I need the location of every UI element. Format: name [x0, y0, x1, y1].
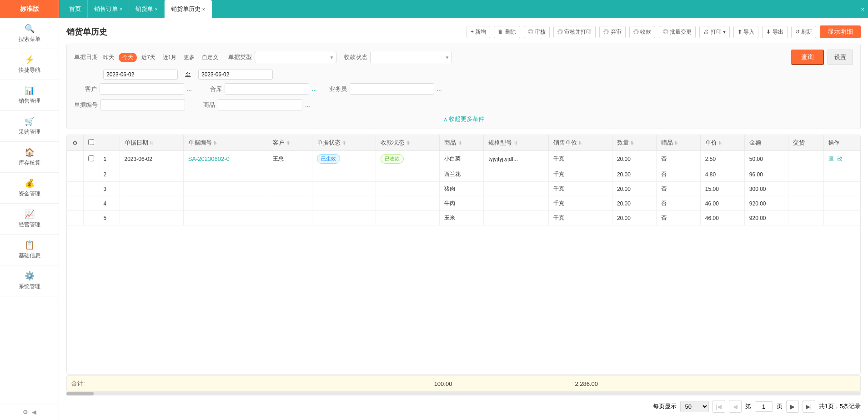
- salesunit-sort-icon[interactable]: ⇅: [578, 140, 582, 145]
- sidebar-item-sales[interactable]: 📊 销售管理: [0, 80, 59, 111]
- col-customer[interactable]: 客户 ⇅: [268, 135, 312, 151]
- doc-type-select[interactable]: [255, 52, 336, 63]
- row-select-checkbox[interactable]: [88, 155, 94, 161]
- edit-action-link[interactable]: 改: [837, 155, 843, 162]
- col-docdate[interactable]: 单据日期 ⇅: [120, 135, 183, 151]
- col-transaction[interactable]: 交货: [788, 135, 823, 151]
- unitprice-sort-icon[interactable]: ⇅: [718, 140, 722, 145]
- date-btn-custom[interactable]: 自定义: [199, 53, 221, 62]
- goods-ellipsis[interactable]: ...: [305, 101, 310, 108]
- setting-button[interactable]: 设置: [828, 50, 853, 65]
- docno-input[interactable]: [100, 99, 185, 110]
- customer-ellipsis[interactable]: ...: [187, 85, 192, 92]
- scrollbar-thumb[interactable]: [66, 392, 94, 395]
- search-menu-icon: 🔍: [25, 24, 35, 34]
- qty-sort-icon[interactable]: ⇅: [630, 140, 634, 145]
- col-gift[interactable]: 赠品 ⇅: [656, 135, 700, 151]
- prev-page-btn[interactable]: ◀: [729, 400, 742, 413]
- docstatus-sort-icon[interactable]: ⇅: [342, 140, 346, 145]
- next-page-btn[interactable]: ▶: [786, 400, 799, 413]
- page-size-select[interactable]: 50: [680, 401, 709, 412]
- tab-delivery-history-close[interactable]: ×: [202, 7, 205, 12]
- row-docdate: [120, 167, 183, 182]
- warehouse-ellipsis[interactable]: ...: [312, 85, 317, 92]
- customer-input[interactable]: [100, 83, 184, 95]
- sidebar-item-quicknav[interactable]: ⚡ 快捷导航: [0, 49, 59, 80]
- export-button[interactable]: ⬇ 导出: [762, 26, 787, 38]
- date-to-input[interactable]: [198, 70, 273, 80]
- tab-sales-order-close[interactable]: ×: [120, 7, 122, 12]
- sidebar-item-purchase[interactable]: 🛒 采购管理: [0, 111, 59, 142]
- sidebar-item-finance[interactable]: 💰 资金管理: [0, 173, 59, 204]
- tab-delivery-close[interactable]: ×: [155, 7, 158, 12]
- sidebar-logo: 标准版: [0, 0, 59, 18]
- col-goods[interactable]: 商品 ⇅: [440, 135, 484, 151]
- quick-nav-icon: ⚡: [25, 55, 35, 65]
- salesperson-ellipsis[interactable]: ...: [437, 85, 442, 92]
- col-unitprice[interactable]: 单价 ⇅: [700, 135, 744, 151]
- audit-button[interactable]: ◎ 审核: [524, 26, 550, 38]
- batch-change-button[interactable]: ◎ 批量变更: [659, 26, 696, 38]
- collectstatus-sort-icon[interactable]: ⇅: [406, 140, 410, 145]
- date-btn-today[interactable]: 今天: [119, 53, 137, 62]
- page-number-input[interactable]: [755, 401, 773, 412]
- last-page-btn[interactable]: ▶|: [803, 400, 815, 413]
- col-gear[interactable]: ⚙: [67, 135, 83, 151]
- abandon-button[interactable]: ◎ 弃审: [599, 26, 625, 38]
- total-label: 合计:: [71, 380, 85, 388]
- date-btn-1month[interactable]: 近1月: [160, 53, 180, 62]
- col-salesunit[interactable]: 销售单位 ⇅: [548, 135, 612, 151]
- sidebar-item-operations[interactable]: 📈 经营管理: [0, 204, 59, 235]
- tab-delivery-history[interactable]: 销货单历史 ×: [165, 0, 212, 18]
- query-button[interactable]: 查询: [791, 50, 824, 65]
- docno-sort-icon[interactable]: ⇅: [213, 140, 217, 145]
- spec-sort-icon[interactable]: ⇅: [514, 140, 517, 145]
- delete-button[interactable]: 🗑 删除: [494, 26, 520, 38]
- goods-input[interactable]: [218, 99, 302, 110]
- col-spec[interactable]: 规格型号 ⇅: [484, 135, 548, 151]
- collect-status-select[interactable]: [370, 52, 452, 63]
- import-button[interactable]: ⬆ 导入: [733, 26, 758, 38]
- first-page-btn[interactable]: |◀: [712, 400, 725, 413]
- date-btn-yesterday[interactable]: 昨天: [100, 53, 117, 62]
- sidebar-item-inventory[interactable]: 🏠 库存核算: [0, 142, 59, 173]
- audit-print-button[interactable]: ◎ 审核并打印: [553, 26, 596, 38]
- select-all-checkbox[interactable]: [88, 139, 94, 145]
- sidebar-item-basicinfo[interactable]: 📋 基础信息: [0, 235, 59, 265]
- table-row: 1 2023-06-02 SA-20230602-0 王总 已生效 已收款 小白…: [67, 151, 860, 167]
- view-action-link[interactable]: 查: [828, 155, 834, 162]
- row-unitprice: 46.00: [700, 211, 744, 225]
- row-docno: [183, 211, 268, 225]
- col-docstatus[interactable]: 单据状态 ⇅: [312, 135, 376, 151]
- tab-delivery[interactable]: 销货单 ×: [129, 0, 165, 18]
- date-btn-more[interactable]: 更多: [181, 53, 197, 62]
- col-qty[interactable]: 数量 ⇅: [612, 135, 656, 151]
- date-btn-7days[interactable]: 近7天: [139, 53, 158, 62]
- docno-link[interactable]: SA-20230602-0: [188, 155, 230, 162]
- tab-sales-order[interactable]: 销售订单 ×: [88, 0, 129, 18]
- horizontal-scrollbar[interactable]: [66, 392, 861, 395]
- docdate-sort-icon[interactable]: ⇅: [150, 140, 153, 145]
- sidebar-item-system[interactable]: ⚙️ 系统管理: [0, 265, 59, 296]
- filter-warehouse: 合库 ...: [199, 83, 317, 95]
- row-qty: 20.00: [612, 182, 656, 196]
- gift-sort-icon[interactable]: ⇅: [674, 140, 678, 145]
- tab-home[interactable]: 首页: [63, 0, 88, 18]
- col-collectstatus[interactable]: 收款状态 ⇅: [376, 135, 440, 151]
- add-button[interactable]: + 新增: [467, 26, 490, 38]
- sidebar-item-search[interactable]: 🔍 搜索菜单: [0, 18, 59, 49]
- collapse-btn[interactable]: ∧ 收起更多条件: [74, 115, 853, 123]
- topbar-close-btn[interactable]: ×: [861, 6, 864, 13]
- sidebar-settings-btn[interactable]: ⚙ ◀: [0, 404, 59, 420]
- salesperson-input[interactable]: [350, 83, 434, 95]
- col-amount[interactable]: 金额: [744, 135, 788, 151]
- refresh-button[interactable]: ↺ 刷新: [791, 26, 816, 38]
- collect-button[interactable]: ◎ 收款: [629, 26, 655, 38]
- customer-sort-icon[interactable]: ⇅: [286, 140, 290, 145]
- date-from-input[interactable]: [103, 70, 178, 80]
- display-detail-button[interactable]: 显示明细: [820, 25, 861, 38]
- warehouse-input[interactable]: [225, 83, 309, 95]
- print-button[interactable]: 🖨 打印 ▾: [699, 26, 730, 38]
- col-docno[interactable]: 单据编号 ⇅: [183, 135, 268, 151]
- goods-sort-icon[interactable]: ⇅: [458, 140, 462, 145]
